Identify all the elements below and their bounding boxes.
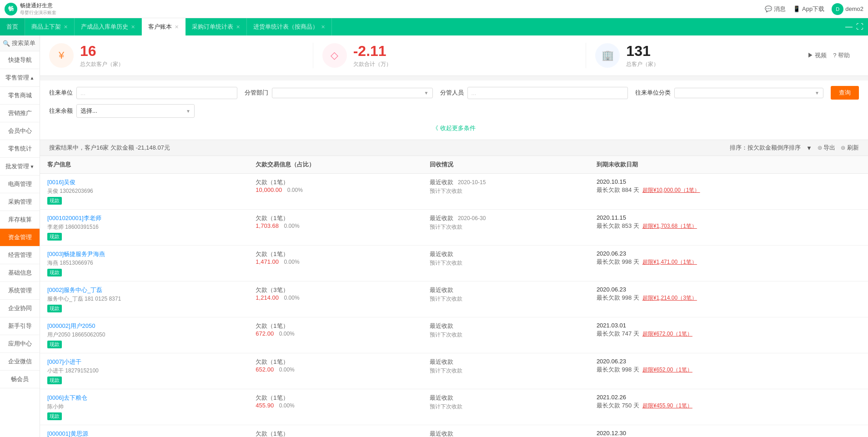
user-profile[interactable]: D demo2 [832, 3, 863, 15]
due-date: 2021.02.26 [597, 394, 861, 401]
close-icon[interactable]: ✕ [131, 24, 135, 30]
sort-label[interactable]: 排序：按欠款金额倒序排序 [730, 144, 801, 152]
total-owed-label: 欠款合计（万） [353, 60, 391, 68]
customer-name-link[interactable]: [0001020001]李老师 [47, 215, 101, 221]
sidebar-item-chang-member[interactable]: 畅会员 [0, 371, 40, 388]
last-collect-date [455, 395, 458, 401]
overdue-amount-link[interactable]: 超限¥1,471.00（1笔） [642, 259, 697, 265]
last-collect-info: 最近收款 2020-10-15 [430, 178, 582, 186]
overdue-amount-link[interactable]: 超限¥1,703.68（1笔） [642, 223, 697, 229]
filter-label-unit-type: 往来单位分类 [635, 89, 671, 97]
customer-name-link[interactable]: [0006]去下粮仓 [47, 394, 87, 401]
sidebar-item-retail-stats[interactable]: 零售统计 [0, 140, 40, 158]
customer-name-link[interactable]: [000001]黄思源 [47, 430, 88, 437]
customer-info-cell: [0001020001]李老师 李老师 18600391516 现款 [40, 210, 248, 246]
customer-info-cell: [0003]畅捷服务尹海燕 海燕 18513066976 现款 [40, 246, 248, 281]
sidebar-item-quick-nav[interactable]: 快捷导航 [0, 51, 40, 69]
sidebar-item-wholesale-mgmt[interactable]: 批发管理▼ [0, 158, 40, 176]
video-btn[interactable]: ▶ 视频 [808, 51, 827, 60]
overdue-amount-link[interactable]: 超限¥672.00（1笔） [642, 331, 692, 337]
filter-label-person: 分管人员 [440, 89, 464, 97]
due-date: 2020.06.23 [597, 250, 861, 257]
tab-expand-icon[interactable]: ⛶ [856, 23, 863, 31]
export-icon: ⊙ [818, 144, 824, 151]
filter-input-unit[interactable]: ... [76, 87, 237, 99]
message-btn[interactable]: 💬 消息 [765, 5, 786, 13]
tab-purchase-stats[interactable]: 采购订单统计表 ✕ [186, 18, 247, 35]
sidebar-item-enterprise-wechat[interactable]: 企业微信 [0, 353, 40, 371]
result-bar: 搜索结果中，客户16家 欠款金额 -21,148.07元 排序：按欠款金额倒序排… [40, 140, 868, 156]
result-summary: 搜索结果中，客户16家 欠款金额 -21,148.07元 [49, 144, 170, 152]
customer-name-link[interactable]: [000002]用户2050 [47, 322, 95, 329]
sidebar-item-enterprise-collab[interactable]: 企业协同 [0, 300, 40, 317]
search-button[interactable]: 查询 [831, 86, 859, 100]
tab-minimize-icon[interactable]: — [845, 23, 853, 31]
sidebar-item-app-center[interactable]: 应用中心 [0, 335, 40, 353]
last-collect-info: 最近收款 [430, 430, 582, 437]
sidebar-item-purchase-mgmt[interactable]: 采购管理 [0, 193, 40, 211]
next-collect-label: 预计下次收款 [430, 331, 582, 339]
overdue-amount-link[interactable]: 超限¥455.90（1笔） [642, 402, 692, 409]
next-collect-label: 预计下次收款 [430, 403, 582, 411]
overdue-amount-link[interactable]: 超限¥652.00（1笔） [642, 367, 692, 373]
owe-pct: 0.00% [279, 331, 295, 337]
tab-production-history[interactable]: 产成品入库单历史 ✕ [75, 18, 142, 35]
chevron-down-icon: ▼ [806, 145, 812, 151]
last-collect-label: 最近收款 [430, 430, 453, 437]
due-date-cell: 2021.02.26 最长欠款 750 天 超限¥455.90（1笔） [589, 389, 868, 425]
sidebar-item-inventory[interactable]: 库存核算 [0, 211, 40, 229]
filter-input-person[interactable]: ... [467, 87, 628, 99]
export-btn[interactable]: ⊙ 导出 [818, 144, 836, 152]
tab-home[interactable]: 首页 [0, 18, 25, 35]
owe-pct: 0.00% [279, 367, 295, 373]
sidebar-item-ecommerce[interactable]: 电商管理 [0, 176, 40, 193]
tab-inbound-stats[interactable]: 进货单统计表（按商品） ✕ [247, 18, 332, 35]
sidebar-item-system[interactable]: 系统管理 [0, 282, 40, 300]
logo-text: 畅捷通好生意 [20, 2, 56, 10]
customer-phone: 小进干 18279152100 [47, 367, 241, 375]
customer-name-link[interactable]: [0007]小进干 [47, 358, 81, 365]
due-date: 2020.12.30 [597, 430, 861, 437]
logo-icon: 畅 [5, 3, 17, 15]
refresh-btn[interactable]: ⊙ 刷新 [841, 144, 859, 152]
close-icon[interactable]: ✕ [64, 24, 68, 30]
close-icon[interactable]: ✕ [175, 24, 179, 30]
filter-input-unit-type[interactable]: ▼ [674, 88, 823, 98]
last-collect-date [455, 287, 458, 293]
owe-count: 欠款（3笔） [256, 286, 415, 294]
sidebar-item-retail-mall[interactable]: 零售商城 [0, 87, 40, 105]
tab-customer-account[interactable]: 客户账本 ✕ [142, 18, 186, 35]
overdue-amount-link[interactable]: 超限¥10,000.00（1笔） [642, 187, 700, 193]
sidebar-item-basic-info[interactable]: 基础信息 [0, 264, 40, 282]
close-icon[interactable]: ✕ [321, 24, 325, 30]
sidebar-item-retail-mgmt[interactable]: 零售管理▲ [0, 69, 40, 87]
filter-input-balance[interactable]: 选择... ▼ [76, 104, 195, 118]
table-header-row: 客户信息 欠款交易信息（占比） 回收情况 到期未收款日期 [40, 156, 868, 174]
app-download-btn[interactable]: 📱 App下载 [793, 5, 824, 13]
search-menu-btn[interactable]: 🔍 搜索菜单 [0, 35, 40, 51]
help-btn[interactable]: ? 帮助 [833, 51, 850, 60]
collect-status-cell: 最近收款 2020-10-15 预计下次收款 [422, 174, 589, 210]
sidebar-item-marketing[interactable]: 营销推广 [0, 105, 40, 122]
overdue-amount-link[interactable]: 超限¥1,214.00（3笔） [642, 295, 697, 301]
sidebar-item-member-center[interactable]: 会员中心 [0, 122, 40, 140]
next-collect-label: 预计下次收款 [430, 223, 582, 231]
sidebar-item-operations[interactable]: 经营管理 [0, 246, 40, 264]
customer-info-cell: [000002]用户2050 用户2050 18665062050 现款 [40, 317, 248, 353]
overdue-days: 最长欠款 884 天 [597, 186, 641, 193]
owe-pct: 0.00% [279, 402, 295, 409]
collapse-filters-btn[interactable]: 《 收起更多条件 [49, 122, 859, 134]
sidebar-item-beginner-guide[interactable]: 新手引导 [0, 317, 40, 335]
due-date-cell: 2020.06.23 最长欠款 998 天 超限¥1,214.00（3笔） [589, 281, 868, 317]
close-icon[interactable]: ✕ [236, 24, 240, 30]
video-icon: ▶ [808, 52, 813, 59]
customer-name-link[interactable]: [0003]畅捷服务尹海燕 [47, 251, 105, 257]
owe-count: 欠款（1笔） [256, 178, 415, 186]
sidebar-item-finance[interactable]: 资金管理 [0, 229, 40, 246]
last-collect-label: 最近收款 [430, 358, 453, 365]
filter-input-dept[interactable]: ▼ [272, 88, 433, 98]
customer-name-link[interactable]: [0016]吴俊 [47, 179, 75, 186]
tab-goods-listing[interactable]: 商品上下架 ✕ [25, 18, 75, 35]
customer-name-link[interactable]: [0002]服务中心_丁磊 [47, 286, 102, 293]
owed-customers-icon: ¥ [49, 43, 74, 68]
